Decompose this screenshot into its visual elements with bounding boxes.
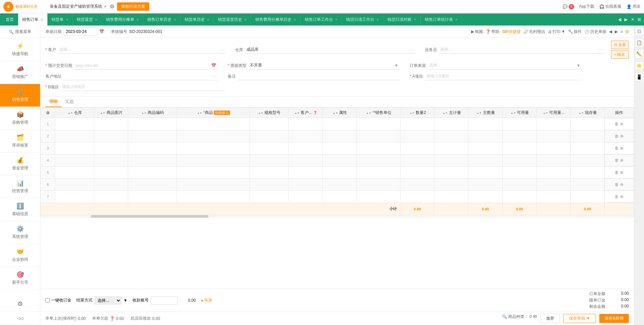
cell-main-qty[interactable]	[468, 154, 502, 166]
sidebar-item-sales[interactable]: 🛒 销售管理	[0, 84, 40, 107]
sidebar-item-enterprise[interactable]: 🤝 企业协同	[0, 244, 40, 267]
preview-btn[interactable]: ▶ 视频	[471, 29, 483, 35]
tab-grid-icon[interactable]: ⊞	[636, 16, 642, 23]
cell-qty2[interactable]	[400, 118, 434, 130]
dropdown-icon[interactable]: ▼	[576, 63, 580, 68]
print-btn[interactable]: 🖨 打印 ▼	[548, 29, 565, 35]
cell-unit[interactable]	[356, 178, 400, 191]
right-panel-icon-5[interactable]: 📱	[635, 73, 643, 81]
cell-main-qty[interactable]	[468, 142, 502, 154]
right-panel-icon-1[interactable]: ⊡	[635, 27, 643, 35]
sidebar-item-inventory[interactable]: 🗂️ 库存核算	[0, 130, 40, 153]
tab-close-icon[interactable]: ✕	[455, 18, 458, 22]
delete-icon[interactable]: 🗑	[615, 146, 619, 151]
tab-return[interactable]: 销货退货 ✕	[73, 13, 102, 26]
tab-right-arrow[interactable]: ▶	[623, 16, 629, 23]
tab-daily-reconcile[interactable]: 钱贷日清对账 ✕	[383, 13, 421, 26]
cell-attribute[interactable]	[323, 166, 356, 178]
cell-product-code[interactable]	[128, 130, 177, 142]
cell-warehouse[interactable]	[55, 118, 94, 130]
sidebar-item-system[interactable]: ⚙️ 系统管理	[0, 221, 40, 244]
settings-panel-btn[interactable]: ⚙ 设置	[611, 41, 629, 49]
add-item-btn[interactable]: + 物流	[611, 50, 629, 59]
more-icon[interactable]: ···	[409, 47, 413, 53]
tab-close-icon[interactable]: ✕	[207, 18, 210, 22]
cell-attribute[interactable]	[323, 130, 356, 142]
cell-attribute[interactable]	[323, 154, 356, 166]
add-button[interactable]: ● 添加	[201, 297, 212, 303]
tab-left-arrow[interactable]: ◀	[617, 16, 622, 23]
tab-home[interactable]: 首页	[2, 13, 18, 26]
dropdown-icon[interactable]: ▼	[394, 63, 398, 68]
tab-detail[interactable]: 明细	[45, 97, 62, 107]
cell-product-code[interactable]	[128, 142, 177, 154]
scan-button[interactable]: 扫码录入	[214, 111, 230, 115]
cell-customer[interactable]	[289, 178, 323, 191]
cell-warehouse[interactable]	[55, 154, 94, 166]
copy-icon[interactable]: ⊕	[620, 134, 623, 138]
user-menu[interactable]: 👤 用友	[627, 4, 641, 9]
scrollbar-thumb[interactable]	[91, 215, 209, 218]
warehouse-value[interactable]: 成品库 ···	[245, 46, 415, 54]
online-service-link[interactable]: 🎧 在线客服	[599, 4, 621, 9]
tab-sales-order[interactable]: 销售订单 ✕	[18, 13, 47, 26]
print-arrow-icon[interactable]: ▼	[561, 29, 565, 34]
cell-product[interactable]	[177, 142, 250, 154]
tab-close-icon[interactable]: ✕	[66, 18, 68, 22]
customer-value[interactable]: 选择... ···	[58, 46, 225, 54]
profit-btn[interactable]: 📈 毛利预估	[523, 29, 545, 35]
app-download-link[interactable]: App下载	[579, 4, 594, 9]
more-icon[interactable]: ···	[219, 47, 224, 53]
cell-attribute[interactable]	[323, 191, 356, 203]
project-a-value[interactable]: 请输入A项目	[425, 72, 582, 80]
cell-warehouse[interactable]	[55, 130, 94, 142]
cell-product-code[interactable]	[128, 154, 177, 166]
right-panel-icon-3[interactable]: ✏️	[635, 50, 643, 58]
sidebar-item-basic-info[interactable]: ℹ️ 基础信息	[0, 198, 40, 221]
cell-attribute[interactable]	[323, 142, 356, 154]
solution-button[interactable]: 体验行业方案	[117, 2, 149, 11]
dropdown-arrow-icon[interactable]: ▼	[104, 5, 107, 8]
copy-icon[interactable]: ⊕	[620, 170, 623, 175]
invoice-value[interactable]: 不开票 ▼	[249, 62, 400, 70]
nav-left-icon[interactable]: ◀	[609, 29, 612, 34]
sidebar-item-purchase[interactable]: 📦 采购管理	[0, 107, 40, 130]
calendar-icon[interactable]: 📅	[211, 63, 216, 68]
staff-value[interactable]: 选择... ···	[439, 46, 604, 54]
tab-fee-history[interactable]: 销售费用分摊单历史 ✕	[251, 13, 301, 26]
settle-select[interactable]: 选择...	[94, 296, 121, 304]
cell-main-unit[interactable]	[434, 178, 468, 191]
tab-close-icon[interactable]: ✕	[376, 18, 379, 22]
sidebar-settings[interactable]: ⚙	[0, 296, 40, 312]
tab-workbench[interactable]: 销售订单工作台 ✕	[301, 13, 342, 26]
more-icon[interactable]: ···	[599, 47, 603, 53]
shortcut-btn[interactable]: ⌨ 快捷键	[502, 29, 521, 35]
help-btn[interactable]: ❓ 帮助	[486, 29, 499, 35]
tab-close-icon[interactable]: ✕	[414, 18, 416, 22]
sidebar-item-search[interactable]: 🔍 搜索菜单	[0, 26, 40, 38]
right-panel-icon-2[interactable]: 📋	[635, 39, 643, 47]
tab-stats[interactable]: 销售订单统计表 ✕	[421, 13, 462, 26]
tab-sales-slip[interactable]: 销货单 ✕	[47, 13, 73, 26]
cell-qty2[interactable]	[400, 130, 434, 142]
cell-main-qty[interactable]	[468, 166, 502, 178]
cell-unit[interactable]	[356, 130, 400, 142]
date-input[interactable]	[64, 28, 97, 36]
cell-product-code[interactable]	[128, 191, 177, 203]
cell-product[interactable]	[177, 178, 250, 191]
message-icon[interactable]: 💬 9	[563, 4, 574, 9]
cell-product[interactable]	[177, 118, 250, 130]
right-panel-icon-4[interactable]: ⭐	[635, 62, 643, 70]
cell-main-qty[interactable]	[468, 178, 502, 191]
tab-close-icon[interactable]: ✕	[244, 18, 247, 22]
tab-close-icon[interactable]: ✕	[335, 18, 338, 22]
cell-main-unit[interactable]	[434, 130, 468, 142]
delivery-value[interactable]: yyyy-mm-dd 📅	[74, 62, 218, 70]
delete-icon[interactable]: 🗑	[615, 158, 619, 163]
cell-product[interactable]	[177, 154, 250, 166]
settle-arrow[interactable]: ▼	[123, 298, 127, 303]
quick-collect-checkbox[interactable]	[45, 298, 50, 302]
tab-close-icon[interactable]: ✕	[294, 18, 296, 22]
cell-warehouse[interactable]	[55, 142, 94, 154]
cell-main-unit[interactable]	[434, 142, 468, 154]
